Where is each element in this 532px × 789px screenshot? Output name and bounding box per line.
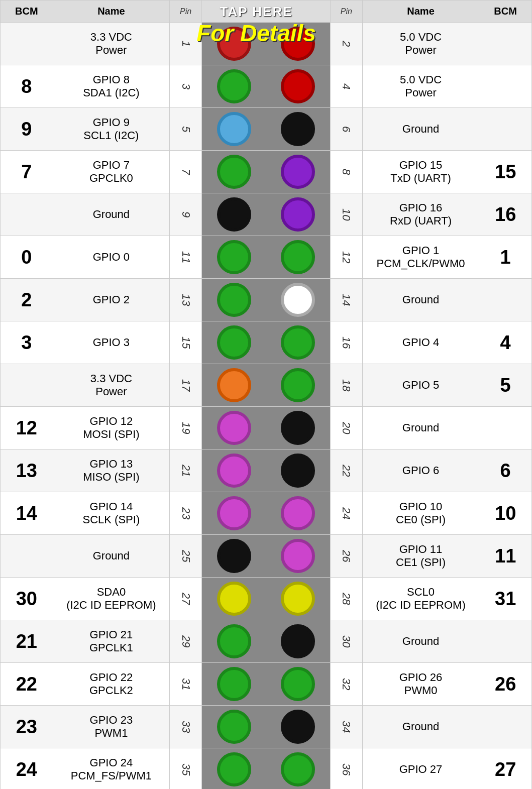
left-pin-num: 15 (170, 321, 202, 364)
left-circle-cell (202, 706, 266, 748)
right-name: GPIO 1PCM_CLK/PWM0 (362, 236, 479, 279)
right-pin-circle (281, 112, 315, 146)
left-circle-cell (202, 151, 266, 193)
right-name: Ground (362, 108, 479, 151)
left-bcm: 21 (1, 620, 53, 663)
right-pin-circle (281, 582, 315, 616)
right-circle-cell (266, 407, 330, 449)
left-name: GPIO 2 (53, 279, 170, 321)
table-row: 8 GPIO 8SDA1 (I2C) 3 4 5.0 VDCPower (1, 65, 532, 108)
right-name: Ground (362, 706, 479, 748)
right-pin-num: 30 (330, 620, 362, 663)
left-bcm: 2 (1, 279, 53, 321)
left-pin-num: 23 (170, 492, 202, 535)
left-circle-cell (202, 23, 266, 65)
left-pin-circle (217, 667, 251, 701)
left-circle-cell (202, 407, 266, 449)
left-name: GPIO 8SDA1 (I2C) (53, 65, 170, 108)
right-circle-cell (266, 578, 330, 620)
left-pin-circle (217, 325, 251, 360)
right-pin-circle (281, 155, 315, 189)
right-pin-num: 22 (330, 449, 362, 492)
left-bcm: 14 (1, 492, 53, 535)
right-bcm (479, 65, 532, 108)
header-pin-right: Pin (330, 1, 362, 23)
table-row: 12 GPIO 12MOSI (SPI) 19 20 Ground (1, 407, 532, 449)
left-pin-num: 17 (170, 364, 202, 407)
left-pin-num: 3 (170, 65, 202, 108)
right-circle-cell (266, 620, 330, 663)
left-name: GPIO 14SCLK (SPI) (53, 492, 170, 535)
right-pin-num: 36 (330, 748, 362, 790)
left-pin-num: 27 (170, 578, 202, 620)
right-pin-circle (281, 197, 315, 232)
right-circle-cell (266, 279, 330, 321)
left-name: 3.3 VDCPower (53, 23, 170, 65)
left-circle-cell (202, 108, 266, 151)
right-pin-num: 10 (330, 193, 362, 236)
left-pin-circle (217, 368, 251, 402)
right-pin-num: 4 (330, 65, 362, 108)
right-bcm (479, 279, 532, 321)
header-bcm-left: BCM (1, 1, 53, 23)
left-bcm: 23 (1, 706, 53, 748)
right-name: 5.0 VDCPower (362, 23, 479, 65)
right-circle-cell (266, 449, 330, 492)
left-bcm (1, 535, 53, 578)
right-bcm: 10 (479, 492, 532, 535)
left-name: GPIO 23PWM1 (53, 706, 170, 748)
left-circle-cell (202, 279, 266, 321)
table-row: 24 GPIO 24PCM_FS/PWM1 35 36 GPIO 27 27 (1, 748, 532, 790)
left-circle-cell (202, 492, 266, 535)
left-circle-cell (202, 193, 266, 236)
right-bcm: 1 (479, 236, 532, 279)
left-bcm (1, 364, 53, 407)
right-bcm: 5 (479, 364, 532, 407)
header-connector (202, 1, 331, 23)
right-bcm: 4 (479, 321, 532, 364)
left-pin-circle (217, 624, 251, 658)
header-row: BCM Name Pin Pin Name BCM (1, 1, 532, 23)
header-name-left: Name (53, 1, 170, 23)
left-name: GPIO 3 (53, 321, 170, 364)
left-bcm: 30 (1, 578, 53, 620)
table-row: 13 GPIO 13MISO (SPI) 21 22 GPIO 6 6 (1, 449, 532, 492)
right-name: 5.0 VDCPower (362, 65, 479, 108)
right-bcm (479, 108, 532, 151)
left-bcm: 0 (1, 236, 53, 279)
left-pin-circle (217, 496, 251, 530)
left-bcm: 24 (1, 748, 53, 790)
table-row: 23 GPIO 23PWM1 33 34 Ground (1, 706, 532, 748)
gpio-table: BCM Name Pin Pin Name BCM 3.3 VDCPower 1… (0, 0, 532, 789)
table-row: Ground 25 26 GPIO 11CE1 (SPI) 11 (1, 535, 532, 578)
left-bcm (1, 193, 53, 236)
left-bcm (1, 23, 53, 65)
table-row: 9 GPIO 9SCL1 (I2C) 5 6 Ground (1, 108, 532, 151)
right-name: GPIO 16RxD (UART) (362, 193, 479, 236)
right-circle-cell (266, 663, 330, 706)
right-pin-circle (281, 667, 315, 701)
left-pin-circle (217, 112, 251, 146)
right-circle-cell (266, 151, 330, 193)
left-circle-cell (202, 535, 266, 578)
header-bcm-right: BCM (479, 1, 532, 23)
right-name: Ground (362, 620, 479, 663)
table-row: 2 GPIO 2 13 14 Ground (1, 279, 532, 321)
table-row: 3 GPIO 3 15 16 GPIO 4 4 (1, 321, 532, 364)
right-pin-num: 34 (330, 706, 362, 748)
right-circle-cell (266, 492, 330, 535)
right-name: Ground (362, 407, 479, 449)
left-name: GPIO 13MISO (SPI) (53, 449, 170, 492)
right-name: GPIO 5 (362, 364, 479, 407)
left-name: GPIO 22GPCLK2 (53, 663, 170, 706)
right-pin-circle (281, 624, 315, 658)
right-pin-circle (281, 325, 315, 360)
right-name: GPIO 26PWM0 (362, 663, 479, 706)
left-name: Ground (53, 535, 170, 578)
table-row: 7 GPIO 7GPCLK0 7 8 GPIO 15TxD (UART) 15 (1, 151, 532, 193)
left-name: GPIO 12MOSI (SPI) (53, 407, 170, 449)
right-bcm (479, 407, 532, 449)
table-row: 14 GPIO 14SCLK (SPI) 23 24 GPIO 10CE0 (S… (1, 492, 532, 535)
right-pin-num: 20 (330, 407, 362, 449)
right-name: GPIO 15TxD (UART) (362, 151, 479, 193)
